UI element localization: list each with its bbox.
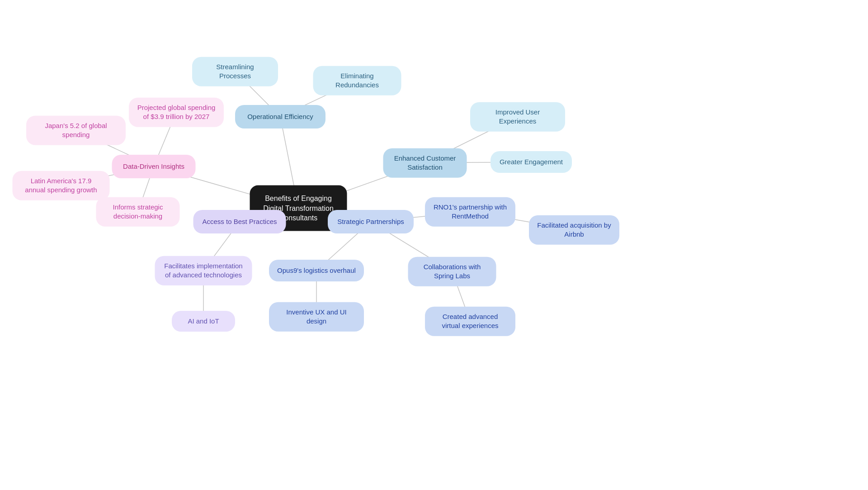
enhanced-customer-node: Enhanced Customer Satisfaction bbox=[383, 148, 467, 178]
created-advanced-node: Created advanced virtual experiences bbox=[425, 307, 515, 336]
opus9-node: Opus9's logistics overhaul bbox=[269, 260, 364, 281]
facilitated-acq-node: Facilitated acquisition by Airbnb bbox=[529, 215, 619, 245]
rno1-partnership-node: RNO1's partnership with RentMethod bbox=[425, 197, 515, 227]
data-driven-node: Data-Driven Insights bbox=[112, 155, 196, 178]
ai-iot-node: AI and IoT bbox=[172, 311, 235, 332]
collaborations-spring-node: Collaborations with Spring Labs bbox=[408, 257, 496, 286]
latin-americas-node: Latin America's 17.9 annual spending gro… bbox=[13, 171, 110, 200]
strategic-partnerships-node: Strategic Partnerships bbox=[328, 210, 414, 233]
streamlining-processes-node: Streamlining Processes bbox=[192, 57, 278, 86]
improved-user-node: Improved User Experiences bbox=[470, 102, 565, 132]
connection-lines bbox=[0, 0, 868, 490]
projected-global-node: Projected global spending of $3.9 trilli… bbox=[129, 98, 224, 127]
japans-node: Japan's 5.2 of global spending bbox=[26, 116, 126, 145]
operational-efficiency-node: Operational Efficiency bbox=[235, 105, 326, 128]
inventive-ux-node: Inventive UX and UI design bbox=[269, 302, 364, 332]
greater-engagement-node: Greater Engagement bbox=[491, 151, 572, 173]
informs-strategic-node: Informs strategic decision-making bbox=[96, 197, 180, 227]
facilitates-impl-node: Facilitates implementation of advanced t… bbox=[155, 256, 252, 285]
access-best-node: Access to Best Practices bbox=[193, 210, 286, 233]
eliminating-redundancies-node: Eliminating Redundancies bbox=[313, 66, 401, 95]
mind-map-canvas: Benefits of Engaging Digital Transformat… bbox=[0, 0, 868, 490]
